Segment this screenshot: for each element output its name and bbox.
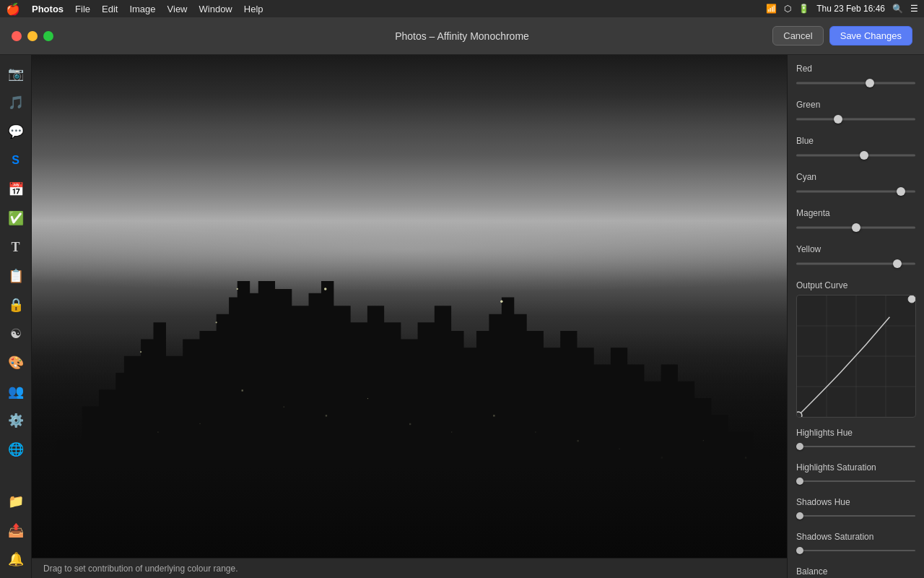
panel-section-magenta: Magenta <box>796 208 915 234</box>
menubar-app-name[interactable]: Photos <box>32 4 64 14</box>
svg-rect-17 <box>535 432 536 433</box>
shadows-sat-label: Shadows Saturation <box>796 532 915 542</box>
sidebar-icon-photos[interactable]: 📷 <box>3 61 29 87</box>
search-icon[interactable]: 🔍 <box>892 4 903 14</box>
sidebar-icon-notchmeister[interactable]: 🎨 <box>3 350 29 376</box>
minimize-button[interactable] <box>27 31 38 41</box>
sidebar-icon-text[interactable]: T <box>3 234 29 260</box>
sidebar-icon-wireguard[interactable]: 🔒 <box>3 292 29 318</box>
sidebar-icon-messages[interactable]: 💬 <box>3 118 29 144</box>
panel-section-blue: Blue <box>796 136 915 162</box>
menubar-left: 🍎 Photos File Edit Image View Window Hel… <box>6 2 263 16</box>
shadows-hue-label: Shadows Hue <box>796 497 915 507</box>
svg-point-29 <box>797 412 802 417</box>
shadows-hue-track <box>796 515 915 517</box>
svg-rect-9 <box>199 423 200 424</box>
yellow-slider[interactable] <box>796 259 915 269</box>
panel-section-balance: Balance <box>796 566 915 578</box>
sidebar-icon-notifications[interactable]: 🔔 <box>3 546 29 572</box>
main-content: 📷 🎵 💬 S 📅 ✅ T 📋 🔒 ☯ 🎨 👥 ⚙️ 🌐 📁 📤 🔔 <box>0 55 924 578</box>
svg-rect-13 <box>367 398 368 399</box>
sidebar-icon-evernote[interactable]: 📋 <box>3 263 29 289</box>
shadows-sat-thumb[interactable] <box>796 547 803 554</box>
blue-slider[interactable] <box>796 150 915 160</box>
apple-menu[interactable]: 🍎 <box>6 2 20 16</box>
svg-rect-19 <box>619 449 620 449</box>
close-button[interactable] <box>12 31 22 41</box>
svg-point-6 <box>324 288 326 290</box>
sidebar: 📷 🎵 💬 S 📅 ✅ T 📋 🔒 ☯ 🎨 👥 ⚙️ 🌐 📁 📤 🔔 <box>0 55 32 578</box>
window-title: Photos – Affinity Monochrome <box>395 30 529 42</box>
maximize-button[interactable] <box>43 31 53 41</box>
svg-rect-22 <box>745 457 746 459</box>
shadows-hue-slider[interactable] <box>796 512 915 520</box>
sidebar-icon-settings[interactable]: ⚙️ <box>3 407 29 434</box>
sidebar-icon-tasks[interactable]: ✅ <box>3 205 29 231</box>
output-curve[interactable] <box>796 295 916 418</box>
curve-svg <box>797 296 915 417</box>
wifi-icon: 📶 <box>766 4 777 14</box>
battery-icon: 🔋 <box>798 4 809 14</box>
magenta-label: Magenta <box>796 208 915 218</box>
yellow-thumb[interactable] <box>893 259 902 268</box>
output-curve-label: Output Curve <box>796 280 915 290</box>
menu-view[interactable]: View <box>167 4 188 14</box>
blue-thumb[interactable] <box>860 151 868 160</box>
svg-rect-15 <box>451 432 452 433</box>
red-slider[interactable] <box>796 78 915 88</box>
panel-section-highlights-hue: Highlights Hue <box>796 428 915 452</box>
panel-section-highlights-sat: Highlights Saturation <box>796 462 915 487</box>
menu-help[interactable]: Help <box>244 4 263 14</box>
magenta-slider[interactable] <box>796 223 915 233</box>
bluetooth-icon: ⬡ <box>784 4 791 14</box>
cancel-button[interactable]: Cancel <box>772 26 823 46</box>
green-thumb[interactable] <box>834 115 842 124</box>
svg-rect-14 <box>409 423 411 425</box>
window-controls <box>12 31 53 41</box>
menubar: 🍎 Photos File Edit Image View Window Hel… <box>0 0 924 17</box>
sidebar-icon-share[interactable]: 📤 <box>3 517 29 543</box>
svg-point-5 <box>216 322 217 323</box>
highlights-hue-slider[interactable] <box>796 442 915 451</box>
cyan-label: Cyan <box>796 172 915 182</box>
shadows-sat-slider[interactable] <box>796 546 915 555</box>
cyan-thumb[interactable] <box>897 187 905 196</box>
panel-section-curve: Output Curve <box>796 280 915 418</box>
sidebar-icon-web[interactable]: 🌐 <box>3 436 29 462</box>
sidebar-icon-music[interactable]: 🎵 <box>3 90 29 116</box>
svg-point-4 <box>140 351 141 353</box>
save-changes-button[interactable]: Save Changes <box>829 26 912 46</box>
panel-section-shadows-sat: Shadows Saturation <box>796 532 915 556</box>
highlights-sat-slider[interactable] <box>796 477 915 486</box>
green-track <box>796 118 915 121</box>
menu-edit[interactable]: Edit <box>102 4 118 14</box>
sidebar-icon-calendar[interactable]: 📅 <box>3 176 29 202</box>
menu-file[interactable]: File <box>75 4 90 14</box>
menubar-list-icon[interactable]: ☰ <box>910 4 918 14</box>
highlights-hue-thumb[interactable] <box>796 443 803 450</box>
svg-point-3 <box>237 288 238 290</box>
photo-area: Drag to set contribution of underlying c… <box>32 55 787 578</box>
svg-point-30 <box>908 296 915 303</box>
cyan-slider[interactable] <box>796 186 915 197</box>
panel-section-yellow: Yellow <box>796 244 915 270</box>
svg-point-7 <box>500 301 502 303</box>
magenta-thumb[interactable] <box>852 223 860 232</box>
sidebar-icon-skype[interactable]: S <box>3 147 29 173</box>
svg-marker-0 <box>32 281 787 558</box>
yellow-label: Yellow <box>796 244 915 254</box>
shadows-hue-thumb[interactable] <box>796 512 803 519</box>
photo-image <box>32 55 787 558</box>
red-thumb[interactable] <box>866 79 874 87</box>
highlights-sat-label: Highlights Saturation <box>796 462 915 473</box>
menu-window[interactable]: Window <box>199 4 232 14</box>
menu-image[interactable]: Image <box>129 4 155 14</box>
highlights-sat-thumb[interactable] <box>796 478 803 485</box>
photo-status-bar: Drag to set contribution of underlying c… <box>32 558 787 578</box>
svg-rect-18 <box>577 440 578 441</box>
sidebar-icon-files[interactable]: 📁 <box>3 488 29 514</box>
titlebar-actions: Cancel Save Changes <box>772 26 912 46</box>
green-slider[interactable] <box>796 114 915 124</box>
sidebar-icon-contacts[interactable]: 👥 <box>3 379 29 405</box>
sidebar-icon-yin-yang[interactable]: ☯ <box>3 321 29 347</box>
